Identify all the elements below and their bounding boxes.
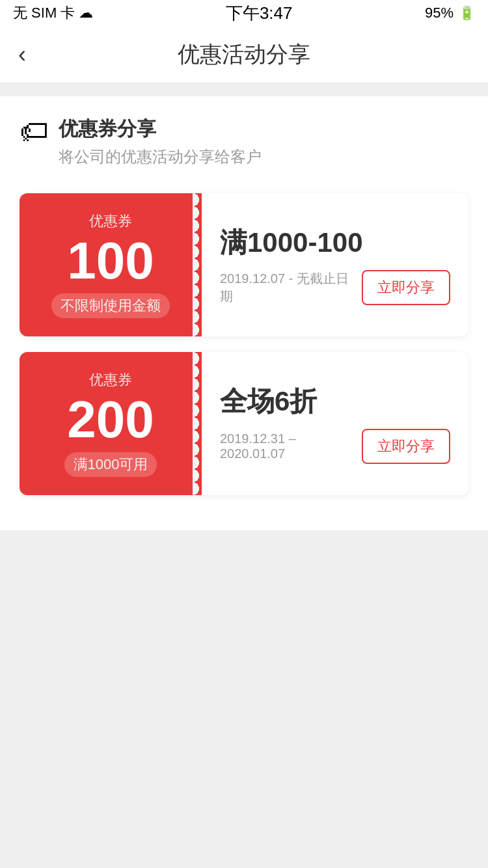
coupon-list: 优惠券 100 不限制使用金额 满1000-100 2019.12.07 - 无… xyxy=(0,180,488,530)
coupon-icon: 🏷 xyxy=(20,117,48,146)
sim-text: 无 SIM 卡 ☁ xyxy=(13,3,93,23)
coupon-right-2: 全场6折 2019.12.31 – 2020.01.07 立即分享 xyxy=(202,352,468,495)
share-button-2[interactable]: 立即分享 xyxy=(362,429,450,464)
empty-area xyxy=(0,530,488,868)
section-title: 优惠券分享 xyxy=(59,116,262,142)
section-text: 优惠券分享 将公司的优惠活动分享给客户 xyxy=(59,116,262,167)
section-header: 🏷 优惠券分享 将公司的优惠活动分享给客户 xyxy=(0,96,488,180)
coupon-left-1: 优惠券 100 不限制使用金额 xyxy=(20,193,202,336)
coupon-amount-2: 200 xyxy=(67,394,154,446)
page-title: 优惠活动分享 xyxy=(178,40,310,70)
back-button[interactable]: ‹ xyxy=(18,41,26,68)
battery-icon: 🔋 xyxy=(459,5,475,21)
coupon-card-2: 优惠券 200 满1000可用 全场6折 2019.12.31 – 2020.0… xyxy=(20,352,468,495)
coupon-bottom-2: 2019.12.31 – 2020.01.07 立即分享 xyxy=(220,429,450,464)
coupon-date-1: 2019.12.07 - 无截止日期 xyxy=(220,270,355,305)
coupon-label-1: 优惠券 xyxy=(89,211,132,231)
share-button-1[interactable]: 立即分享 xyxy=(362,270,450,305)
coupon-name-2: 全场6折 xyxy=(220,383,450,420)
nav-bar: ‹ 优惠活动分享 xyxy=(0,26,488,83)
status-bar: 无 SIM 卡 ☁ 下午3:47 95% 🔋 xyxy=(0,0,488,26)
coupon-bottom-1: 2019.12.07 - 无截止日期 立即分享 xyxy=(220,270,450,305)
coupon-condition-1: 不限制使用金额 xyxy=(51,293,170,318)
coupon-condition-2: 满1000可用 xyxy=(64,452,157,477)
section-desc: 将公司的优惠活动分享给客户 xyxy=(59,146,262,167)
status-right: 95% 🔋 xyxy=(425,5,475,21)
coupon-card-1: 优惠券 100 不限制使用金额 满1000-100 2019.12.07 - 无… xyxy=(20,193,468,336)
coupon-amount-1: 100 xyxy=(67,235,154,287)
coupon-left-2: 优惠券 200 满1000可用 xyxy=(20,352,202,495)
status-time: 下午3:47 xyxy=(226,2,293,25)
status-left: 无 SIM 卡 ☁ xyxy=(13,3,93,23)
coupon-right-1: 满1000-100 2019.12.07 - 无截止日期 立即分享 xyxy=(202,193,468,336)
coupon-name-1: 满1000-100 xyxy=(220,224,450,261)
battery-text: 95% xyxy=(425,5,454,21)
coupon-label-2: 优惠券 xyxy=(89,370,132,390)
coupon-date-2: 2019.12.31 – 2020.01.07 xyxy=(220,431,355,461)
